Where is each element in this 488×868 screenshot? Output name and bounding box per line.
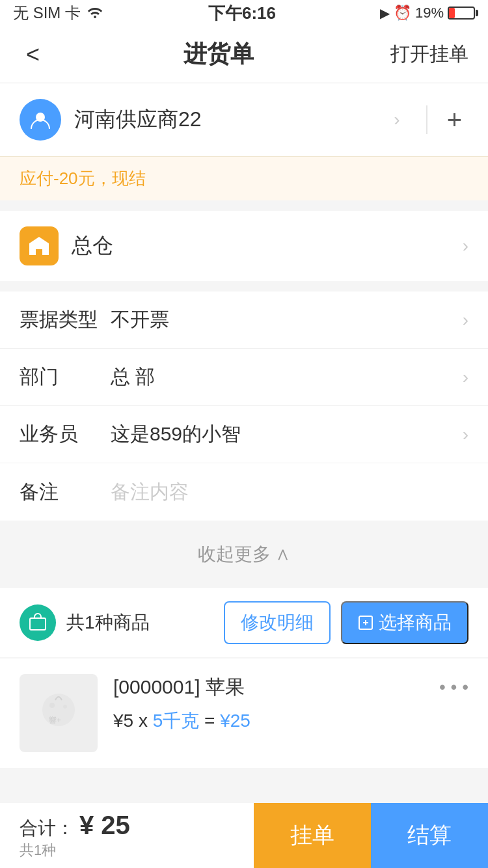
product-thumbnail: 響+ xyxy=(20,674,98,752)
checkout-button[interactable]: 结算 xyxy=(371,803,488,868)
total-label: 合计： ¥ 25 xyxy=(20,811,234,841)
warning-bar: 应付-20元，现结 xyxy=(0,156,488,200)
total-value: ¥25 xyxy=(220,711,251,731)
remark-label: 备注 xyxy=(20,479,98,506)
supplier-name: 河南供应商22 xyxy=(74,105,394,134)
product-price: ¥5 x 5千克 = ¥25 xyxy=(113,709,439,733)
wifi-icon xyxy=(86,4,104,22)
price-equals: = xyxy=(204,711,220,731)
total-sub: 共1种 xyxy=(20,841,234,860)
alarm-icon: ⏰ xyxy=(394,5,411,21)
staff-label: 业务员 xyxy=(20,421,98,448)
product-more-button[interactable]: • • • xyxy=(439,674,468,698)
battery-icon xyxy=(448,7,475,20)
total-prefix: 合计： xyxy=(20,816,74,841)
product-title: 苹果 xyxy=(206,676,245,698)
remark-input[interactable]: 备注内容 xyxy=(98,479,468,506)
select-product-button[interactable]: 选择商品 xyxy=(341,601,468,644)
edit-details-button[interactable]: 修改明细 xyxy=(224,601,331,644)
remark-row[interactable]: 备注 备注内容 xyxy=(0,463,488,521)
svg-point-4 xyxy=(49,703,55,708)
dept-label: 部门 xyxy=(20,364,98,390)
bottom-bar: 合计： ¥ 25 共1种 挂单 结算 xyxy=(0,803,488,868)
supplier-row[interactable]: 河南供应商22 › + xyxy=(0,83,488,156)
carrier-label: 无 SIM 卡 xyxy=(13,3,81,23)
price-x: x xyxy=(139,711,153,731)
quantity-value: 5千克 xyxy=(153,711,200,731)
hang-button[interactable]: 挂单 xyxy=(254,803,371,868)
nav-bar: < 进货单 打开挂单 xyxy=(0,26,488,83)
dept-value: 总 部 xyxy=(98,364,463,390)
warehouse-name: 总仓 xyxy=(72,232,463,260)
products-count: 共1种商品 xyxy=(66,610,213,635)
staff-chevron-icon: › xyxy=(463,424,468,445)
warehouse-icon xyxy=(20,226,59,265)
invoice-chevron-icon: › xyxy=(463,310,468,331)
supplier-divider xyxy=(426,105,427,134)
price-value: ¥5 xyxy=(113,711,133,731)
status-right: ▶ ⏰ 19% xyxy=(380,5,475,21)
products-icon xyxy=(20,604,56,641)
battery-label: 19% xyxy=(415,5,444,21)
supplier-chevron-icon: › xyxy=(394,109,400,130)
location-icon: ▶ xyxy=(380,5,390,21)
product-info: [0000001] 苹果 ¥5 x 5千克 = ¥25 xyxy=(113,674,439,733)
status-time: 下午6:16 xyxy=(208,2,276,25)
staff-value: 这是859的小智 xyxy=(98,421,463,448)
products-header: 共1种商品 修改明细 选择商品 xyxy=(0,588,488,657)
warehouse-chevron-icon: › xyxy=(463,236,468,256)
staff-row[interactable]: 业务员 这是859的小智 › xyxy=(0,406,488,463)
supplier-section: 河南供应商22 › + 应付-20元，现结 xyxy=(0,83,488,200)
product-item: 響+ [0000001] 苹果 ¥5 x 5千克 = ¥25 • • • xyxy=(0,658,488,768)
invoice-value: 不开票 xyxy=(98,306,463,333)
collapse-bar[interactable]: 收起更多 ∧ xyxy=(0,531,488,578)
total-section: 合计： ¥ 25 共1种 xyxy=(0,811,254,860)
warning-text: 应付-20元，现结 xyxy=(20,169,146,188)
invoice-label: 票据类型 xyxy=(20,306,98,333)
svg-text:響+: 響+ xyxy=(49,716,61,725)
warehouse-row[interactable]: 总仓 › xyxy=(0,211,488,281)
form-section: 票据类型 不开票 › 部门 总 部 › 业务员 这是859的小智 › 备注 备注… xyxy=(0,292,488,521)
invoice-row[interactable]: 票据类型 不开票 › xyxy=(0,292,488,349)
total-amount: ¥ 25 xyxy=(79,811,130,840)
dept-chevron-icon: › xyxy=(463,367,468,388)
status-left: 无 SIM 卡 xyxy=(13,3,104,23)
collapse-label: 收起更多 ∧ xyxy=(198,542,291,567)
product-code: [0000001] xyxy=(113,676,200,698)
dept-row[interactable]: 部门 总 部 › xyxy=(0,349,488,406)
back-button[interactable]: < xyxy=(20,34,46,75)
add-supplier-button[interactable]: + xyxy=(441,105,468,135)
open-hang-button[interactable]: 打开挂单 xyxy=(390,41,468,68)
svg-point-5 xyxy=(63,705,67,709)
page-title: 进货单 xyxy=(183,38,254,70)
svg-rect-1 xyxy=(30,618,46,630)
select-product-label: 选择商品 xyxy=(379,610,452,635)
supplier-avatar xyxy=(20,99,61,141)
status-bar: 无 SIM 卡 下午6:16 ▶ ⏰ 19% xyxy=(0,0,488,26)
product-name: [0000001] 苹果 xyxy=(113,674,439,701)
